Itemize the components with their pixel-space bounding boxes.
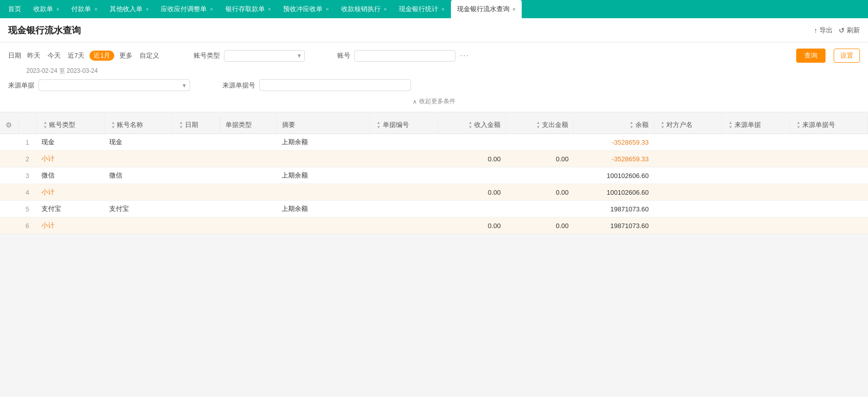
nav-other-income[interactable]: 其他收入单 × bbox=[104, 0, 155, 18]
close-bank-stats-icon[interactable]: × bbox=[441, 0, 444, 18]
close-bank-flow-icon[interactable]: × bbox=[513, 0, 516, 18]
cell-summary bbox=[277, 184, 370, 201]
close-advance-offset-icon[interactable]: × bbox=[326, 0, 329, 18]
th-summary: 摘要 bbox=[277, 116, 370, 134]
account-more-dots[interactable]: ··· bbox=[460, 51, 469, 60]
cell-account-type: 小计 bbox=[36, 184, 104, 201]
filter-area: 日期 昨天 今天 近7天 近1月 更多 自定义 账号类型 ▼ 账号 ··· bbox=[0, 42, 868, 112]
cell-counterparty bbox=[654, 217, 721, 234]
settings-group: 设置 bbox=[834, 49, 860, 63]
th-source-doc-no[interactable]: ▲▼ 来源单据号 bbox=[790, 116, 867, 134]
table-row[interactable]: 5 支付宝 支付宝 上期余额 19871073.60 bbox=[0, 201, 868, 217]
account-type-filter-group: 账号类型 ▼ bbox=[194, 50, 305, 62]
th-row-num bbox=[18, 116, 36, 134]
th-balance[interactable]: ▲▼ 余额 bbox=[574, 116, 654, 134]
date-7days[interactable]: 近7天 bbox=[66, 51, 86, 61]
source-doc-num-label: 来源单据号 bbox=[222, 81, 255, 90]
table-row[interactable]: 6 小计 0.00 0.00 19871073.60 bbox=[0, 217, 868, 234]
top-navigation: 首页 收款单 × 付款单 × 其他收入单 × 应收应付调整单 × 银行存取款单 … bbox=[0, 0, 868, 18]
collapse-bar[interactable]: ∧ 收起更多条件 bbox=[8, 95, 860, 108]
th-expense-label: ▲▼ 支出金额 bbox=[535, 121, 569, 128]
cell-account-type: 小计 bbox=[36, 151, 104, 167]
close-other-income-icon[interactable]: × bbox=[146, 0, 149, 18]
settings-button[interactable]: 设置 bbox=[834, 49, 860, 63]
nav-adjustment[interactable]: 应收应付调整单 × bbox=[155, 0, 219, 18]
nav-bank-stats[interactable]: 现金银行统计 × bbox=[393, 0, 450, 18]
account-type-select[interactable] bbox=[224, 50, 305, 62]
th-source-doc[interactable]: ▲▼ 来源单据 bbox=[722, 116, 790, 134]
th-account-type-label: ▲▼ 账号类型 bbox=[42, 121, 76, 128]
nav-payment[interactable]: 付款单 × bbox=[65, 0, 103, 18]
date-more[interactable]: 更多 bbox=[117, 51, 134, 61]
nav-collection[interactable]: 收款单 × bbox=[27, 0, 65, 18]
cell-counterparty bbox=[654, 134, 721, 151]
source-doc-num-input[interactable] bbox=[259, 79, 411, 91]
nav-advance-offset-label: 预收冲应收单 bbox=[283, 0, 323, 18]
close-collection-icon[interactable]: × bbox=[56, 0, 59, 18]
nav-bank-flow[interactable]: 现金银行流水查询 × bbox=[451, 0, 522, 18]
th-settings[interactable]: ⚙ bbox=[0, 116, 18, 134]
nav-advance-offset[interactable]: 预收冲应收单 × bbox=[277, 0, 335, 18]
th-income-label: ▲▼ 收入金额 bbox=[467, 121, 500, 128]
th-counterparty-label: ▲▼ 对方户名 bbox=[659, 121, 693, 128]
cell-doc-type bbox=[220, 184, 277, 201]
date-1month[interactable]: 近1月 bbox=[89, 51, 114, 61]
nav-payment-label: 付款单 bbox=[71, 0, 91, 18]
table-row[interactable]: 3 微信 微信 上期余额 100102606.60 bbox=[0, 167, 868, 184]
th-account-name[interactable]: ▲▼ 账号名称 bbox=[104, 116, 172, 134]
cell-account-type: 小计 bbox=[36, 217, 104, 234]
cell-income: 0.00 bbox=[438, 217, 506, 234]
table-row[interactable]: 2 小计 0.00 0.00 -3528659.33 bbox=[0, 151, 868, 167]
cell-gear bbox=[0, 201, 18, 217]
cell-doc-no bbox=[370, 201, 438, 217]
nav-home[interactable]: 首页 bbox=[2, 0, 27, 18]
th-account-type[interactable]: ▲▼ 账号类型 bbox=[36, 116, 104, 134]
query-button[interactable]: 查询 bbox=[796, 49, 826, 63]
account-input[interactable] bbox=[354, 50, 455, 62]
cell-account-name bbox=[104, 151, 172, 167]
close-adjustment-icon[interactable]: × bbox=[210, 0, 213, 18]
account-filter-group: 账号 ··· bbox=[337, 50, 469, 62]
cell-doc-no bbox=[370, 217, 438, 234]
sort-icon-doc-no: ▲▼ bbox=[377, 121, 381, 130]
close-payment-icon[interactable]: × bbox=[94, 0, 97, 18]
cell-counterparty bbox=[654, 184, 721, 201]
cell-source-doc bbox=[722, 201, 790, 217]
export-button[interactable]: ↑ 导出 bbox=[814, 26, 833, 35]
cell-income: 0.00 bbox=[438, 184, 506, 201]
close-bank-deposit-icon[interactable]: × bbox=[268, 0, 271, 18]
date-today[interactable]: 今天 bbox=[45, 51, 63, 61]
cell-date bbox=[172, 151, 220, 167]
source-doc-select-wrapper: ▼ bbox=[38, 79, 190, 91]
cell-doc-type bbox=[220, 201, 277, 217]
page-title: 现金银行流水查询 bbox=[8, 24, 81, 36]
date-yesterday[interactable]: 昨天 bbox=[25, 51, 42, 61]
th-expense[interactable]: ▲▼ 支出金额 bbox=[506, 116, 573, 134]
table-row[interactable]: 1 现金 现金 上期余额 -3528659.33 bbox=[0, 134, 868, 151]
cell-account-name: 支付宝 bbox=[104, 201, 172, 217]
cell-counterparty bbox=[654, 167, 721, 184]
cell-income bbox=[438, 201, 506, 217]
th-counterparty[interactable]: ▲▼ 对方户名 bbox=[654, 116, 721, 134]
cell-expense: 0.00 bbox=[506, 184, 573, 201]
sort-icon-counterparty: ▲▼ bbox=[661, 121, 665, 130]
date-custom[interactable]: 自定义 bbox=[138, 51, 161, 61]
cell-doc-no bbox=[370, 151, 438, 167]
table-gear-icon[interactable]: ⚙ bbox=[6, 121, 12, 129]
cell-balance: 19871073.60 bbox=[574, 201, 654, 217]
source-doc-select[interactable] bbox=[38, 79, 190, 91]
nav-writeoff[interactable]: 收款核销执行 × bbox=[335, 0, 393, 18]
refresh-icon: ↺ bbox=[839, 26, 845, 34]
nav-bank-deposit[interactable]: 银行存取款单 × bbox=[219, 0, 277, 18]
th-income[interactable]: ▲▼ 收入金额 bbox=[438, 116, 506, 134]
refresh-button[interactable]: ↺ 刷新 bbox=[839, 26, 860, 35]
cell-expense: 0.00 bbox=[506, 151, 573, 167]
nav-adjustment-label: 应收应付调整单 bbox=[161, 0, 207, 18]
th-account-name-label: ▲▼ 账号名称 bbox=[110, 121, 144, 128]
th-doc-no[interactable]: ▲▼ 单据编号 bbox=[370, 116, 438, 134]
th-date[interactable]: ▲▼ 日期 bbox=[172, 116, 220, 134]
th-source-doc-no-label: ▲▼ 来源单据号 bbox=[795, 121, 836, 128]
close-writeoff-icon[interactable]: × bbox=[384, 0, 387, 18]
cell-account-name bbox=[104, 184, 172, 201]
table-row[interactable]: 4 小计 0.00 0.00 100102606.60 bbox=[0, 184, 868, 201]
